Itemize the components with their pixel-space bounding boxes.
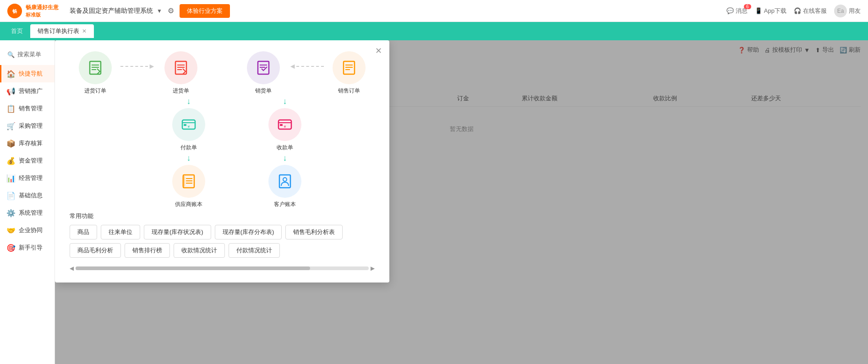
sidebar-item-sales[interactable]: 📋 销售管理 [0, 100, 55, 117]
arrow-down-receipt: ↓ [255, 97, 315, 106]
operations-icon: 📊 [7, 174, 15, 182]
fn-btn-contacts[interactable]: 往来单位 [101, 225, 140, 239]
fn-btn-product-profit[interactable]: 商品毛利分析 [70, 243, 121, 258]
fn-btn-product[interactable]: 商品 [70, 225, 97, 239]
flow-node-sales-order[interactable]: 销售订单 [324, 51, 375, 95]
common-functions: 常用功能 商品 往来单位 现存量(库存状况表) 现存量(库存分布表) 销售毛利分… [70, 212, 375, 258]
sidebar-item-operations[interactable]: 📊 经营管理 [0, 169, 55, 187]
sales-icon: 📋 [7, 104, 15, 113]
supplier-ledger-label: 供应商账本 [175, 201, 202, 208]
app-download-btn[interactable]: 📱 App下载 [755, 7, 786, 15]
flow-node-sales-bill[interactable]: 销货单 [238, 51, 289, 95]
function-grid: 商品 往来单位 现存量(库存状况表) 现存量(库存分布表) 销售毛利分析表 商品… [70, 225, 375, 258]
scrollbar-track[interactable] [76, 266, 369, 270]
system-dropdown-btn[interactable]: ▼ [157, 8, 162, 14]
sidebar-item-system[interactable]: ⚙️ 系统管理 [0, 204, 55, 222]
purchase-order-label: 进货订单 [84, 87, 106, 95]
online-service-icon: 🎧 [794, 7, 801, 14]
marketing-icon: 📢 [7, 87, 15, 95]
sidebar-item-beginner[interactable]: 🎯 新手引导 [0, 239, 55, 256]
logo-text: 畅康通好生意 标准版 [26, 4, 59, 18]
online-service-btn[interactable]: 🎧 在线客服 [794, 7, 827, 15]
tab-home[interactable]: 首页 [4, 24, 30, 38]
basic-info-icon: 📄 [7, 191, 15, 200]
svg-text:¥: ¥ [187, 125, 190, 129]
arrow-down-supplier: ↓ [159, 153, 218, 163]
main-layout: 🔍 搜索菜单 🏠 快捷导航 📢 营销推广 📋 销售管理 🛒 采购管理 📦 库存核… [0, 40, 868, 364]
search-icon: 🔍 [7, 51, 15, 58]
sidebar-item-basic-info[interactable]: 📄 基础信息 [0, 187, 55, 204]
sales-bill-circle [247, 51, 280, 84]
purchase-icon: 🛒 [7, 122, 15, 130]
settings-icon-btn[interactable]: ⚙ [166, 5, 176, 17]
flow-node-purchase-order[interactable]: 进货订单 [70, 51, 120, 95]
purchase-bill-circle [164, 51, 197, 84]
fn-btn-stock-dist[interactable]: 现存量(库存分布表) [215, 225, 282, 239]
app-download-icon: 📱 [755, 7, 762, 14]
flow-node-receipt[interactable]: ¥ 收款单 [255, 108, 315, 152]
sidebar-item-enterprise[interactable]: 🤝 企业协同 [0, 222, 55, 239]
content-area: ❓ 帮助 🖨 按模板打印 ▼ ⬆ 导出 🔄 刷新 [55, 40, 868, 364]
sidebar-item-finance[interactable]: 💰 资金管理 [0, 152, 55, 169]
tab-sales-order[interactable]: 销售订单执行表 ✕ [30, 24, 94, 38]
sidebar-item-purchase[interactable]: 🛒 采购管理 [0, 117, 55, 135]
finance-icon: 💰 [7, 157, 15, 165]
user-menu-btn[interactable]: Ea 用友 [834, 5, 861, 17]
fn-btn-receipt-stats[interactable]: 收款情况统计 [174, 243, 225, 258]
inventory-icon: 📦 [7, 139, 15, 147]
fn-btn-stock-status[interactable]: 现存量(库存状况表) [144, 225, 211, 239]
purchase-bill-label: 进货单 [173, 87, 189, 95]
sidebar: 🔍 搜索菜单 🏠 快捷导航 📢 营销推广 📋 销售管理 🛒 采购管理 📦 库存核… [0, 40, 55, 364]
payment-circle: ¥ [172, 108, 205, 141]
arrow-down-payment: ↓ [159, 97, 218, 106]
experience-btn[interactable]: 体验行业方案 [180, 4, 230, 18]
sales-order-label: 销售订单 [338, 87, 360, 95]
quick-nav-icon: 🏠 [7, 70, 15, 78]
tab-sales-order-label: 销售订单执行表 [38, 27, 79, 35]
message-btn[interactable]: 💬 消息 6 [726, 7, 748, 15]
user-label: 用友 [849, 7, 861, 15]
tab-close-icon[interactable]: ✕ [82, 28, 87, 34]
header-right: 💬 消息 6 📱 App下载 🎧 在线客服 Ea 用友 [726, 5, 861, 17]
app-download-label: App下载 [764, 7, 786, 15]
flow-diagram: 进货订单 ► 进货单 [70, 51, 375, 208]
receipt-label: 收款单 [277, 144, 293, 152]
scroll-left-btn[interactable]: ◀ [70, 265, 74, 272]
sales-bill-label: 销货单 [255, 87, 272, 95]
tab-bar: 首页 销售订单执行表 ✕ [0, 22, 868, 40]
flow-node-purchase-bill[interactable]: 进货单 [155, 51, 206, 95]
fn-btn-sales-profit[interactable]: 销售毛利分析表 [285, 225, 343, 239]
top-header: 畅 畅康通好生意 标准版 装备及固定资产辅助管理系统 ▼ ⚙ 体验行业方案 💬 … [0, 0, 868, 22]
svg-text:¥: ¥ [284, 125, 286, 129]
sidebar-search-btn[interactable]: 🔍 搜索菜单 [4, 48, 51, 61]
arrow-down-customer: ↓ [255, 153, 315, 163]
svg-text:畅: 畅 [12, 9, 17, 14]
receipt-circle: ¥ [268, 108, 301, 141]
svg-rect-19 [184, 124, 186, 126]
sidebar-item-marketing[interactable]: 📢 营销推广 [0, 82, 55, 100]
sidebar-search-area: 🔍 搜索菜单 [0, 44, 55, 65]
scrollbar-area: ◀ ▶ [70, 265, 375, 272]
sidebar-item-inventory[interactable]: 📦 库存核算 [0, 135, 55, 152]
fn-btn-sales-rank[interactable]: 销售排行榜 [125, 243, 170, 258]
flow-node-payment[interactable]: ¥ 付款单 [159, 108, 218, 152]
logo-area: 畅 畅康通好生意 标准版 [7, 4, 62, 18]
common-functions-title: 常用功能 [70, 212, 375, 220]
customer-ledger-label: 客户账本 [274, 201, 296, 208]
flow-node-supplier-ledger[interactable]: 供应商账本 [159, 165, 218, 208]
sales-order-circle [333, 51, 366, 84]
scroll-right-btn[interactable]: ▶ [371, 265, 375, 272]
sidebar-item-quick-nav[interactable]: 🏠 快捷导航 [0, 65, 55, 82]
quick-nav-modal: ✕ 进货订单 ► [55, 40, 389, 283]
user-avatar: Ea [834, 5, 847, 17]
scrollbar-thumb [76, 266, 310, 270]
enterprise-icon: 🤝 [7, 226, 15, 234]
flow-node-customer-ledger[interactable]: 客户账本 [255, 165, 315, 208]
tab-home-label: 首页 [11, 27, 23, 35]
system-icon: ⚙️ [7, 209, 15, 217]
fn-btn-payment-stats[interactable]: 付款情况统计 [229, 243, 280, 258]
purchase-order-circle [79, 51, 112, 84]
modal-close-btn[interactable]: ✕ [375, 46, 382, 56]
message-icon: 💬 [726, 7, 734, 14]
svg-point-31 [283, 178, 287, 181]
